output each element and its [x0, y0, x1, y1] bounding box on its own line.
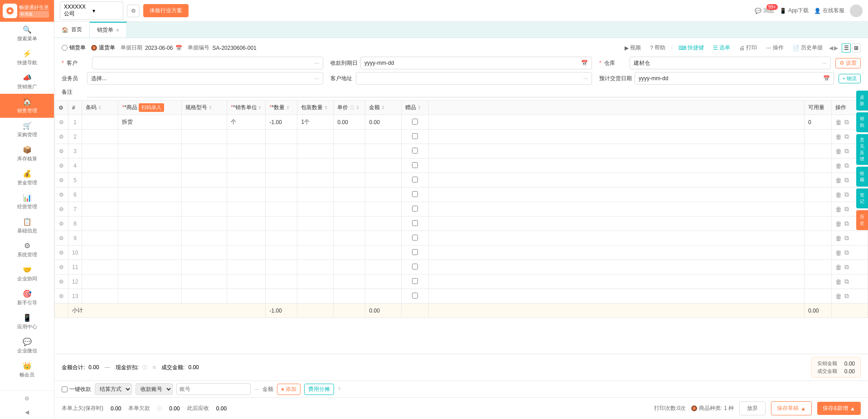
- row-product[interactable]: [118, 188, 182, 202]
- row-gift[interactable]: [402, 159, 429, 173]
- copy-icon[interactable]: ⧉: [844, 147, 849, 155]
- row-spec[interactable]: [182, 188, 227, 202]
- row-remarks[interactable]: [429, 144, 805, 159]
- row-qty[interactable]: [266, 188, 297, 202]
- row-product[interactable]: 拆货: [118, 115, 182, 130]
- delete-icon[interactable]: 🗑: [835, 264, 842, 271]
- row-gift[interactable]: [402, 202, 429, 217]
- save-draft-btn[interactable]: 保存草稿 ▲: [771, 401, 812, 415]
- settlement-select[interactable]: 结算方式: [95, 383, 132, 395]
- row-price[interactable]: 0.00: [334, 115, 365, 130]
- row-gift[interactable]: [402, 231, 429, 246]
- prev-btn[interactable]: ◀: [829, 45, 833, 51]
- row-settings[interactable]: ⚙: [55, 173, 68, 188]
- row-price[interactable]: [334, 246, 365, 260]
- row-pkg[interactable]: [297, 159, 334, 173]
- copy-icon[interactable]: ⧉: [844, 205, 849, 213]
- row-gift[interactable]: [402, 289, 429, 303]
- row-pkg[interactable]: [297, 144, 334, 159]
- row-remarks[interactable]: [429, 275, 805, 289]
- row-amount[interactable]: [365, 260, 402, 275]
- form-settings-btn[interactable]: ⚙ 设置: [835, 58, 861, 68]
- row-barcode[interactable]: [82, 231, 118, 246]
- row-pkg[interactable]: [297, 289, 334, 303]
- row-gift[interactable]: [402, 260, 429, 275]
- row-unit[interactable]: [227, 202, 266, 217]
- operations-btn[interactable]: ⋯ 操作: [763, 43, 786, 53]
- row-settings[interactable]: ⚙: [55, 144, 68, 159]
- delete-icon[interactable]: 🗑: [835, 235, 842, 242]
- row-barcode[interactable]: [82, 115, 118, 130]
- copy-icon[interactable]: ⧉: [844, 220, 849, 227]
- row-remarks[interactable]: [429, 159, 805, 173]
- row-remarks[interactable]: [429, 260, 805, 275]
- view-grid-btn[interactable]: ⊞: [852, 43, 861, 53]
- row-pkg[interactable]: [297, 275, 334, 289]
- sidebar-item-wechat[interactable]: 💬 企业微信: [0, 334, 54, 358]
- row-spec[interactable]: [182, 289, 227, 303]
- row-qty[interactable]: [266, 202, 297, 217]
- customer-addr-input[interactable]: ···: [356, 72, 592, 85]
- row-gift[interactable]: [402, 246, 429, 260]
- sidebar-item-enterprise[interactable]: 🤝 企业协同: [0, 262, 54, 286]
- row-unit[interactable]: [227, 217, 266, 231]
- row-amount[interactable]: [365, 217, 402, 231]
- row-unit[interactable]: [227, 231, 266, 246]
- row-amount[interactable]: [365, 289, 402, 303]
- copy-icon[interactable]: ⧉: [844, 278, 849, 285]
- row-remarks[interactable]: [429, 173, 805, 188]
- radio-return[interactable]: 退货单: [91, 44, 115, 52]
- row-gift[interactable]: [402, 275, 429, 289]
- row-pkg[interactable]: [297, 246, 334, 260]
- row-remarks[interactable]: [429, 231, 805, 246]
- row-amount[interactable]: [365, 246, 402, 260]
- topbar-gear-btn[interactable]: ⚙: [127, 5, 140, 17]
- row-product[interactable]: [118, 159, 182, 173]
- delete-icon[interactable]: 🗑: [835, 162, 842, 169]
- row-unit[interactable]: [227, 144, 266, 159]
- row-pkg[interactable]: [297, 231, 334, 246]
- float-favorite-btn[interactable]: 收藏: [856, 167, 868, 187]
- copy-icon[interactable]: ⧉: [844, 292, 849, 300]
- print-btn[interactable]: 🖨 打印: [737, 43, 760, 53]
- row-price[interactable]: [334, 260, 365, 275]
- copy-icon[interactable]: ⧉: [844, 191, 849, 198]
- copy-icon[interactable]: ⧉: [844, 176, 849, 184]
- select-btn[interactable]: ☰ 选单: [710, 43, 733, 53]
- row-qty[interactable]: [266, 231, 297, 246]
- row-price[interactable]: [334, 173, 365, 188]
- delete-icon[interactable]: 🗑: [835, 148, 842, 155]
- notes-input[interactable]: [87, 87, 861, 97]
- row-remarks[interactable]: [429, 217, 805, 231]
- row-spec[interactable]: [182, 246, 227, 260]
- row-spec[interactable]: [182, 231, 227, 246]
- row-barcode[interactable]: [82, 188, 118, 202]
- row-settings[interactable]: ⚙: [55, 289, 68, 303]
- sidebar-item-basic-info[interactable]: 📋 基础信息: [0, 214, 54, 238]
- row-spec[interactable]: [182, 202, 227, 217]
- row-barcode[interactable]: [82, 173, 118, 188]
- view-list-btn[interactable]: ☰: [842, 43, 851, 53]
- row-qty[interactable]: [266, 289, 297, 303]
- delete-icon[interactable]: 🗑: [835, 133, 842, 140]
- row-qty[interactable]: -1.00: [266, 115, 297, 130]
- row-amount[interactable]: 0.00: [365, 115, 402, 130]
- row-pkg[interactable]: 1个: [297, 115, 334, 130]
- row-product[interactable]: [118, 260, 182, 275]
- float-help-btn[interactable]: 帮助: [856, 112, 868, 132]
- row-remarks[interactable]: [429, 246, 805, 260]
- row-pkg[interactable]: [297, 217, 334, 231]
- video-btn[interactable]: ▶ 视频: [622, 43, 644, 53]
- row-amount[interactable]: [365, 188, 402, 202]
- row-pkg[interactable]: [297, 260, 334, 275]
- row-settings[interactable]: ⚙: [55, 231, 68, 246]
- row-spec[interactable]: [182, 115, 227, 130]
- row-barcode[interactable]: [82, 289, 118, 303]
- help-btn[interactable]: ? 帮助: [647, 43, 668, 53]
- delete-icon[interactable]: 🗑: [835, 191, 842, 198]
- sidebar-item-system-mgmt[interactable]: ⚙ 系统管理: [0, 238, 54, 262]
- sidebar-item-business-mgmt[interactable]: 📊 经营管理: [0, 190, 54, 214]
- row-remarks[interactable]: [429, 202, 805, 217]
- row-spec[interactable]: [182, 144, 227, 159]
- copy-icon[interactable]: ⧉: [844, 263, 849, 271]
